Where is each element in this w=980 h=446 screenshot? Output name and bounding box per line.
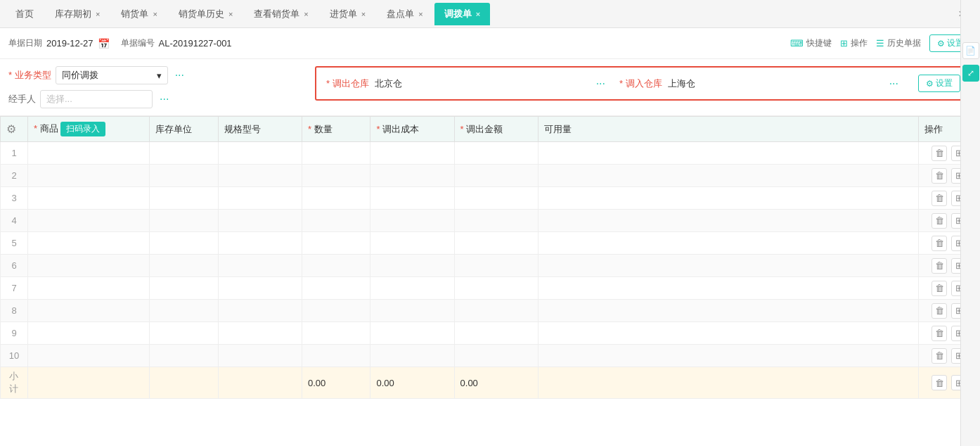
cell-qty[interactable] — [302, 142, 370, 165]
cell-unit — [150, 210, 218, 232]
operate-action[interactable]: ⊞ 操作 — [840, 37, 868, 49]
cell-amount[interactable] — [454, 322, 538, 345]
delete-row-button[interactable]: 🗑 — [931, 191, 947, 206]
calendar-icon[interactable]: 📅 — [98, 38, 110, 49]
table-header-row: ⚙ 商品 扫码录入 库存单位 规格型号 数量 调出成本 调出金额 可用量 操作 — [1, 117, 980, 142]
tab-home[interactable]: 首页 — [6, 3, 44, 25]
cell-cost[interactable] — [370, 300, 454, 322]
sidebar-expand-button[interactable]: ⤢ — [962, 65, 979, 82]
warehouse-panel: 调出仓库 北京仓 ··· 调入仓库 上海仓 ··· ⚙ 设置 — [315, 66, 972, 101]
cell-product[interactable] — [27, 165, 149, 187]
cell-product[interactable] — [27, 142, 149, 165]
tab-sales-history[interactable]: 销货单历史 × — [169, 3, 243, 25]
cell-amount[interactable]: 0.00 — [454, 367, 538, 399]
delete-row-button[interactable]: 🗑 — [931, 326, 947, 341]
cell-cost[interactable]: 0.00 — [370, 367, 454, 399]
cell-cost[interactable] — [370, 232, 454, 255]
cell-cost[interactable] — [370, 142, 454, 165]
tab-close-purchase[interactable]: × — [361, 10, 366, 18]
tab-close-inventory-init[interactable]: × — [96, 10, 100, 18]
cell-cost[interactable] — [370, 187, 454, 210]
cell-cost[interactable] — [370, 277, 454, 300]
biz-type-select[interactable]: 同价调拨 ▾ — [56, 66, 168, 84]
scan-button[interactable]: 扫码录入 — [60, 122, 105, 136]
history-action[interactable]: ☰ 历史单据 — [876, 37, 921, 49]
tab-stocktake[interactable]: 盘点单 × — [377, 3, 432, 25]
delete-row-button[interactable]: 🗑 — [931, 213, 947, 229]
tab-transfer[interactable]: 调拨单 × — [434, 3, 490, 25]
cell-qty[interactable] — [302, 345, 370, 367]
cell-cost[interactable] — [370, 165, 454, 187]
cell-product[interactable] — [27, 277, 149, 300]
warehouse-in-more[interactable]: ··· — [889, 77, 898, 90]
gear-icon[interactable]: ⚙ — [6, 123, 16, 135]
cell-amount[interactable] — [454, 277, 538, 300]
table-row: 8🗑⊞ — [1, 300, 980, 322]
cell-product[interactable] — [27, 187, 149, 210]
delete-row-button[interactable]: 🗑 — [931, 146, 947, 161]
cell-amount[interactable] — [454, 187, 538, 210]
delete-row-button[interactable]: 🗑 — [931, 303, 947, 319]
cell-product[interactable] — [27, 232, 149, 255]
date-value: 2019-12-27 — [46, 38, 94, 49]
cell-qty[interactable] — [302, 187, 370, 210]
table-row: 6🗑⊞ — [1, 255, 980, 277]
delete-row-button[interactable]: 🗑 — [931, 348, 947, 364]
cell-product[interactable] — [27, 255, 149, 277]
cell-cost[interactable] — [370, 322, 454, 345]
handler-field: 经手人 选择... ··· — [8, 90, 304, 108]
cell-amount[interactable] — [454, 300, 538, 322]
delete-row-button[interactable]: 🗑 — [931, 236, 947, 251]
shortcut-action[interactable]: ⌨ 快捷键 — [790, 37, 832, 49]
tab-close-sales-order[interactable]: × — [153, 10, 157, 18]
cell-qty[interactable] — [302, 322, 370, 345]
cell-qty[interactable] — [302, 210, 370, 232]
biz-type-more[interactable]: ··· — [175, 69, 184, 82]
cell-amount[interactable] — [454, 165, 538, 187]
tab-close-transfer[interactable]: × — [476, 10, 480, 18]
delete-row-button[interactable]: 🗑 — [931, 258, 947, 274]
cell-cost[interactable] — [370, 210, 454, 232]
cell-product[interactable] — [27, 367, 149, 399]
tab-inventory-init[interactable]: 库存期初 × — [45, 3, 110, 25]
cell-amount[interactable] — [454, 232, 538, 255]
cell-cost[interactable] — [370, 255, 454, 277]
delete-row-button[interactable]: 🗑 — [931, 281, 947, 296]
cell-spec — [218, 255, 302, 277]
cell-product[interactable] — [27, 300, 149, 322]
cell-qty[interactable] — [302, 165, 370, 187]
cell-amount[interactable] — [454, 210, 538, 232]
cell-spec — [218, 277, 302, 300]
cell-amount[interactable] — [454, 142, 538, 165]
cell-qty[interactable] — [302, 277, 370, 300]
tab-sales-order[interactable]: 销货单 × — [111, 3, 167, 25]
cell-amount[interactable] — [454, 345, 538, 367]
tab-close-stocktake[interactable]: × — [418, 10, 423, 18]
tab-view-sales[interactable]: 查看销货单 × — [244, 3, 318, 25]
delete-row-button[interactable]: 🗑 — [931, 168, 947, 184]
cell-spec — [218, 300, 302, 322]
cell-product[interactable] — [27, 322, 149, 345]
cell-qty[interactable] — [302, 300, 370, 322]
col-product: 商品 扫码录入 — [27, 117, 149, 142]
sidebar-doc-button[interactable]: 📄 — [962, 42, 979, 59]
cell-unit — [150, 345, 218, 367]
warehouse-out-more[interactable]: ··· — [596, 77, 605, 90]
cell-qty[interactable]: 0.00 — [302, 367, 370, 399]
handler-select[interactable]: 选择... — [40, 90, 153, 108]
handler-more[interactable]: ··· — [160, 93, 169, 106]
delete-row-button[interactable]: 🗑 — [931, 375, 947, 390]
cell-spec — [218, 142, 302, 165]
cell-spec — [218, 367, 302, 399]
cell-qty[interactable] — [302, 255, 370, 277]
table-row: 9🗑⊞ — [1, 322, 980, 345]
cell-qty[interactable] — [302, 232, 370, 255]
tab-purchase[interactable]: 进货单 × — [320, 3, 375, 25]
cell-cost[interactable] — [370, 345, 454, 367]
cell-amount[interactable] — [454, 255, 538, 277]
warehouse-setting-button[interactable]: ⚙ 设置 — [918, 75, 960, 92]
cell-product[interactable] — [27, 345, 149, 367]
cell-product[interactable] — [27, 210, 149, 232]
tab-close-view-sales[interactable]: × — [304, 10, 308, 18]
tab-close-sales-history[interactable]: × — [228, 10, 233, 18]
